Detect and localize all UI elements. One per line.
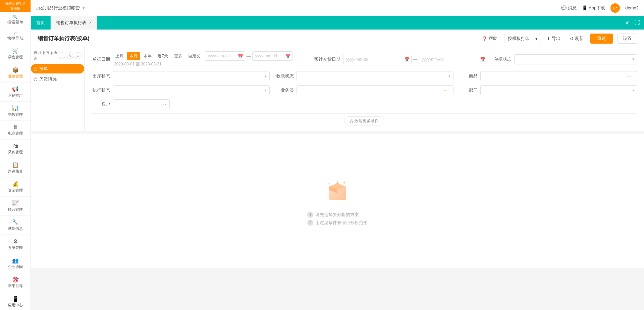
date-tab-7days[interactable]: 近7天 — [155, 52, 171, 60]
sidebar-item-3[interactable]: 📊 销售管理 — [0, 102, 31, 121]
query-button[interactable]: 查询 — [590, 34, 613, 44]
quick-nav[interactable]: ☆ 快捷导航 — [0, 28, 31, 44]
print-button[interactable]: 按模板打印 ▾ — [504, 34, 540, 43]
export-label: 导出 — [552, 36, 560, 42]
tab-close-icon[interactable]: × — [89, 20, 92, 25]
customer-wrap: ··· — [113, 99, 170, 109]
out-status-dropdown[interactable]: ▾ — [113, 71, 270, 81]
sidebar-item-1[interactable]: 📦 批发管理 — [0, 63, 31, 83]
expected-date-start-input[interactable] — [343, 55, 412, 64]
message-button[interactable]: 💬 消息 — [561, 5, 577, 11]
tab-expand-icon[interactable]: ⛶ — [633, 18, 641, 27]
dept-dropdown[interactable]: ▾ — [480, 85, 637, 95]
date-tab-more[interactable]: 更多 — [171, 52, 185, 60]
doc-status-dropdown[interactable]: ▾ — [514, 54, 637, 64]
product-wrap: ··· — [480, 71, 637, 81]
sidebar-item-12[interactable]: 🎯 新手引导 — [0, 273, 31, 292]
sidebar-item-13[interactable]: 📱 应用中心 — [0, 292, 31, 310]
filter-row-3: 执行状态 ▾ 业务员 ··· — [91, 85, 637, 95]
svg-text:✦: ✦ — [327, 182, 330, 186]
sidebar-item-0[interactable]: 🛒 零售管理 — [0, 44, 31, 63]
sidebar-item-2[interactable]: 📢 营销推广 — [0, 83, 31, 102]
receipt-status-dropdown[interactable]: ▾ — [297, 71, 453, 81]
refresh-button[interactable]: ↺ 刷新 — [567, 34, 586, 43]
customer-dots[interactable]: ··· — [160, 101, 167, 107]
filter-row-4: 客户 ··· — [91, 99, 637, 109]
topbar-chevron[interactable]: ▾ — [83, 5, 85, 10]
sidebar-item-icon-12: 🎯 — [12, 276, 19, 283]
date-end-input[interactable] — [252, 51, 292, 61]
expected-date-start-wrap: 📅 — [343, 55, 412, 64]
sidebar-item-label-1: 批发管理 — [8, 74, 23, 79]
product-label: 商品 — [459, 73, 478, 79]
refresh-icon: ↺ — [570, 36, 574, 41]
scheme-edit-button[interactable]: ✎ — [67, 52, 73, 59]
page-header-top: 销售订单执行表(按单) ❓ 帮助 按模板打印 ▾ ⬆ 导出 — [38, 34, 637, 47]
sidebar-item-4[interactable]: 🖥 电商管理 — [0, 121, 31, 140]
svg-marker-5 — [336, 181, 339, 184]
customer-input[interactable]: ··· — [113, 99, 170, 109]
sidebar-item-label-6: 库存核算 — [8, 169, 23, 174]
scheme-add-button[interactable]: + — [59, 52, 65, 59]
sidebar-item-label-9: 基础信息 — [8, 226, 23, 231]
sidebar-item-9[interactable]: 🔧 基础信息 — [0, 216, 31, 235]
collapse-button[interactable]: ⋀ 收起更多条件 — [344, 116, 384, 125]
app-download-button[interactable]: 📱 App下载 — [582, 5, 605, 11]
tab-active-label: 销售订单执行表 — [56, 20, 87, 26]
print-label[interactable]: 按模板打印 — [504, 34, 533, 43]
sidebar-item-8[interactable]: 📈 经营管理 — [0, 197, 31, 216]
sidebar-item-icon-10: ⚙ — [13, 238, 18, 245]
scheme-collapse-button[interactable]: « — [75, 52, 82, 59]
salesperson-input[interactable]: ··· — [297, 85, 453, 95]
date-tab-prev-month[interactable]: 上月 — [113, 52, 126, 60]
exec-status-dropdown[interactable]: ▾ — [113, 85, 270, 95]
dept-field: 部门 ▾ — [459, 85, 637, 95]
main-area: 办公用品行业模拟账套 ▾ 💬 消息 📱 App下载 Ea demo2 首页 销售… — [31, 0, 644, 310]
filter-row-2: 出库状态 ▾ 收款状态 ▾ — [91, 71, 637, 81]
expected-date-end-wrap: 📅 — [419, 55, 487, 64]
sidebar-item-icon-0: 🛒 — [12, 48, 19, 54]
out-status-chevron-icon: ▾ — [265, 74, 267, 79]
topbar-right: 💬 消息 📱 App下载 Ea demo2 — [561, 3, 639, 13]
search-menu[interactable]: 🔍 搜索菜单 — [0, 12, 31, 28]
empty-hints: 1 请先选择要分析的方案 2 用过滤条件来缩小分析范围 — [307, 212, 368, 228]
export-button[interactable]: ⬆ 导出 — [544, 34, 563, 43]
product-dots[interactable]: ··· — [628, 73, 634, 79]
product-field: 商品 ··· — [459, 71, 637, 81]
message-icon: 💬 — [561, 5, 567, 10]
print-chevron-icon[interactable]: ▾ — [533, 35, 540, 43]
sidebar-item-icon-5: 🛍 — [13, 143, 18, 149]
tab-home[interactable]: 首页 — [31, 16, 51, 30]
salesperson-dots[interactable]: ··· — [444, 87, 450, 93]
topbar-title: 办公用品行业模拟账套 — [36, 5, 80, 11]
sidebar: 畅捷通好生意 标准版 🔍 搜索菜单 ☆ 快捷导航 🛒 零售管理 📦 批发管理 📢… — [0, 0, 31, 310]
avatar-text: Ea — [613, 6, 618, 10]
settings-button[interactable]: 设置 — [617, 34, 637, 44]
logo-text: 畅捷通好生意 标准版 — [5, 1, 25, 11]
sidebar-item-label-11: 企业协同 — [8, 264, 23, 269]
help-button[interactable]: ❓ 帮助 — [479, 34, 500, 43]
scheme-item-1[interactable]: ◎ 欠货情况 — [31, 74, 84, 84]
tab-sales-order-exec[interactable]: 销售订单执行表 × — [51, 16, 97, 30]
sidebar-item-6[interactable]: 📋 库存核算 — [0, 158, 31, 177]
sidebar-item-label-4: 电商管理 — [8, 131, 23, 136]
sidebar-item-10[interactable]: ⚙ 系统管理 — [0, 235, 31, 254]
date-tab-custom[interactable]: 自定义 — [185, 52, 203, 60]
date-tab-this-month[interactable]: 本月 — [127, 52, 140, 60]
sidebar-item-5[interactable]: 🛍 采购管理 — [0, 140, 31, 158]
doc-status-chevron-icon: ▾ — [632, 57, 634, 61]
sidebar-item-7[interactable]: 💰 资金管理 — [0, 177, 31, 197]
expected-date-end-input[interactable] — [419, 55, 487, 64]
sidebar-item-11[interactable]: 👥 企业协同 — [0, 254, 31, 273]
tab-close-all-icon[interactable]: ✕ — [624, 18, 631, 28]
empty-box-icon: ✦ ✦ — [322, 175, 353, 205]
scheme-btn-group: + ✎ « — [59, 52, 82, 59]
scheme-item-0[interactable]: ◎ 按单 — [31, 64, 84, 73]
date-start-input[interactable] — [205, 51, 245, 61]
avatar[interactable]: Ea — [610, 3, 620, 13]
date-tab-this-year[interactable]: 本年 — [141, 52, 154, 60]
receipt-status-field: 收款状态 ▾ — [275, 71, 453, 81]
product-input[interactable]: ··· — [480, 71, 637, 81]
sidebar-item-label-2: 营销推广 — [8, 93, 23, 98]
username[interactable]: demo2 — [625, 5, 639, 10]
